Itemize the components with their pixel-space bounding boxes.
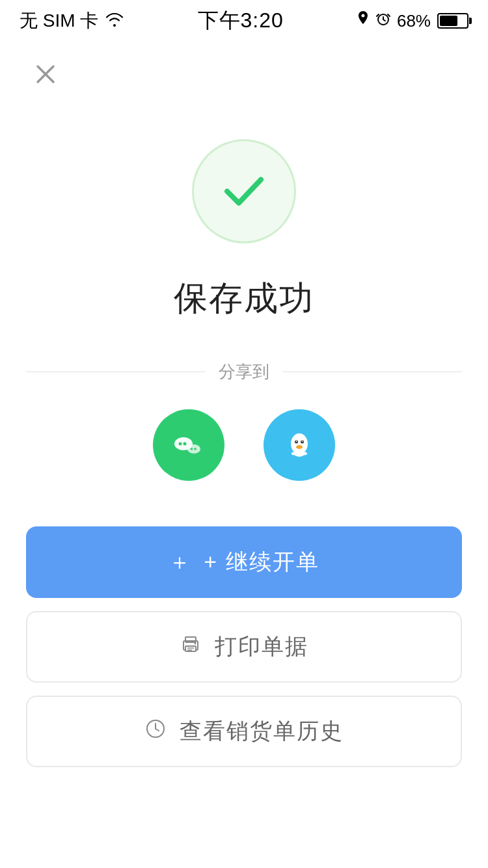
success-checkmark-icon (218, 165, 270, 217)
svg-point-19 (302, 452, 307, 455)
continue-button[interactable]: ＋ + 继续开单 (26, 526, 462, 598)
svg-point-5 (183, 442, 187, 446)
print-button[interactable]: 打印单据 (26, 611, 462, 683)
location-icon (357, 11, 370, 31)
svg-point-18 (291, 452, 297, 455)
qq-share-button[interactable] (264, 409, 335, 481)
svg-point-25 (195, 643, 197, 645)
divider-right (282, 372, 462, 372)
battery-percent: 68% (397, 11, 431, 31)
history-label: 查看销货单历史 (180, 716, 344, 746)
svg-point-15 (302, 441, 303, 442)
status-right: 68% (357, 11, 468, 31)
wifi-icon (105, 11, 124, 31)
status-left: 无 SIM 卡 (20, 8, 124, 33)
divider-left (26, 372, 206, 372)
battery-icon (437, 13, 468, 29)
svg-point-7 (191, 448, 193, 450)
close-button[interactable] (26, 55, 65, 94)
main-content: 保存成功 分享到 (0, 107, 488, 868)
carrier-text: 无 SIM 卡 (20, 8, 98, 33)
continue-label: + 继续开单 (204, 547, 319, 577)
history-button[interactable]: 查看销货单历史 (26, 696, 462, 767)
status-time: 下午3:20 (198, 7, 284, 35)
share-divider-row: 分享到 (26, 360, 462, 383)
wechat-share-button[interactable] (153, 409, 224, 481)
svg-point-14 (296, 441, 297, 442)
svg-point-16 (296, 445, 303, 449)
share-label: 分享到 (219, 360, 269, 383)
success-icon-container (192, 139, 296, 243)
print-label: 打印单据 (215, 632, 308, 662)
alarm-icon (376, 12, 390, 30)
svg-point-6 (187, 444, 200, 454)
action-buttons: ＋ + 继续开单 打印单据 (26, 526, 462, 767)
printer-icon (180, 633, 202, 660)
svg-point-4 (179, 442, 182, 446)
svg-point-8 (194, 448, 197, 450)
plus-icon: ＋ (169, 547, 191, 577)
share-icons-row (26, 409, 462, 481)
status-bar: 无 SIM 卡 下午3:20 68% (0, 0, 488, 42)
clock-icon (144, 718, 167, 745)
close-button-area (0, 42, 488, 107)
svg-rect-22 (185, 646, 196, 651)
share-section: 分享到 (26, 360, 462, 481)
success-title: 保存成功 (174, 276, 314, 321)
